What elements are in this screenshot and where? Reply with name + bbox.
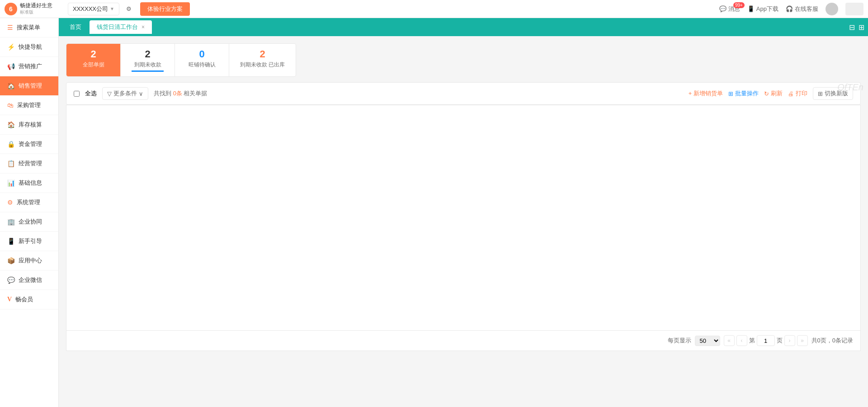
base-info-icon: 📊 (7, 179, 15, 187)
operation-icon: 📋 (7, 160, 15, 167)
tab-close-icon[interactable]: × (142, 24, 145, 30)
sidebar-item-inventory[interactable]: 🏠 库存核算 (0, 115, 58, 135)
page-total: 共0页，0条记录 (811, 337, 853, 345)
print-icon: 🖨 (788, 90, 794, 97)
sidebar-item-finance[interactable]: 🔒 资金管理 (0, 135, 58, 154)
per-page-select[interactable]: 50 100 200 (695, 336, 720, 346)
sidebar: ☰ 搜索菜单 ⚡ 快捷导航 📢 营销推广 🏠 销售管理 🛍 采购管理 🏠 库存核… (0, 18, 59, 407)
page-nav: « ‹ 第 页 › » (724, 335, 808, 346)
sidebar-label: 销售管理 (19, 82, 42, 90)
stat-label-pending: 旺铺待确认 (186, 61, 218, 69)
online-service-label: 在线客服 (795, 5, 818, 13)
prev-page-button[interactable]: ‹ (736, 335, 747, 346)
guide-icon: 📱 (7, 238, 15, 245)
page-input[interactable] (757, 335, 775, 346)
sidebar-item-app-center[interactable]: 📦 应用中心 (0, 251, 58, 271)
sidebar-label: 新手引导 (19, 237, 42, 245)
sidebar-label: 企业协同 (19, 218, 42, 226)
stat-tab-all[interactable]: 2 全部单据 (66, 44, 121, 76)
last-page-button[interactable]: » (797, 335, 808, 346)
stat-tab-pending[interactable]: 0 旺铺待确认 (175, 44, 229, 76)
filter-button[interactable]: ▽ 更多条件 ∨ (102, 87, 148, 100)
company-name: XXXXXX公司 (73, 5, 108, 13)
batch-label: 批量操作 (735, 89, 759, 98)
select-all-checkbox[interactable] (74, 91, 80, 97)
sidebar-item-marketing[interactable]: 📢 营销推广 (0, 57, 58, 76)
sidebar-item-search-menu[interactable]: ☰ 搜索菜单 (0, 18, 58, 37)
download-icon: 📱 (747, 5, 755, 12)
overdue-underline (132, 70, 164, 72)
message-button[interactable]: 💬 消息 99+ (719, 5, 740, 13)
trial-button[interactable]: 体验行业方案 (140, 2, 190, 16)
toolbar: 全选 ▽ 更多条件 ∨ 共找到 0条 相关单据 + 新增销货单 ⊞ 批量操作 ↻… (66, 82, 861, 105)
logo-text: 畅捷通好生意 (20, 2, 52, 9)
filter-label: 更多条件 (113, 89, 137, 98)
print-label: 打印 (796, 89, 807, 98)
enterprise-icon: 🏢 (7, 218, 15, 225)
sidebar-item-operation[interactable]: 📋 经营管理 (0, 154, 58, 173)
tab-qianhuo[interactable]: 钱货日清工作台 × (90, 20, 152, 34)
table-container (66, 105, 861, 331)
add-sale-button[interactable]: + 新增销货单 (689, 89, 723, 98)
toolbar-left: 全选 ▽ 更多条件 ∨ 共找到 0条 相关单据 (74, 87, 683, 100)
inventory-icon: 🏠 (7, 121, 15, 128)
sidebar-item-base-info[interactable]: 📊 基础信息 (0, 173, 58, 193)
member-icon: V (7, 296, 12, 303)
stat-tab-shipped[interactable]: 2 到期未收款 已出库 (229, 44, 296, 76)
sidebar-item-guide[interactable]: 📱 新手引导 (0, 232, 58, 251)
stat-num-pending: 0 (186, 48, 218, 60)
online-service-button[interactable]: 🎧 在线客服 (786, 5, 818, 13)
app-download-button[interactable]: 📱 App下载 (747, 5, 778, 13)
sidebar-item-member[interactable]: V 畅会员 (0, 290, 58, 309)
main-content: 2 全部单据 2 到期未收款 0 旺铺待确认 2 到期未收款 已出库 全选 ▽ … (59, 36, 868, 407)
refresh-label: 刷新 (771, 89, 783, 98)
sales-icon: 🏠 (7, 82, 15, 89)
message-badge: 99+ (733, 2, 745, 8)
service-icon: 🎧 (786, 5, 793, 12)
sidebar-item-system[interactable]: ⚙ 系统管理 (0, 193, 58, 212)
switch-version-button[interactable]: ⊞ 切换新版 (813, 87, 853, 100)
company-selector[interactable]: XXXXXX公司 ▼ (68, 3, 119, 15)
sidebar-item-sales[interactable]: 🏠 销售管理 (0, 76, 58, 96)
batch-icon: ⊞ (728, 90, 733, 97)
sidebar-label: 经营管理 (19, 159, 42, 168)
sidebar-label: 采购管理 (17, 101, 41, 109)
quick-nav-icon: ⚡ (7, 43, 15, 51)
minimize-icon[interactable]: ⊟ (849, 23, 855, 32)
top-header: 6 畅捷通好生意 标准版 XXXXXX公司 ▼ ⚙ 体验行业方案 💬 消息 99… (0, 0, 868, 18)
found-count: 0条 (173, 90, 182, 97)
tab-home[interactable]: 首页 (62, 19, 89, 35)
sidebar-label: 库存核算 (19, 121, 42, 129)
stat-tab-overdue[interactable]: 2 到期未收款 (121, 44, 175, 76)
system-icon: ⚙ (7, 199, 13, 206)
stat-label-overdue: 到期未收款 (132, 61, 164, 69)
settings-button[interactable]: ⚙ (122, 2, 136, 16)
expand-icon[interactable]: ⊞ (859, 23, 864, 32)
switch-label: 切换新版 (825, 89, 848, 98)
sidebar-label: 企业微信 (19, 276, 42, 284)
refresh-button[interactable]: ↻ 刷新 (764, 89, 783, 98)
sidebar-item-quick-nav[interactable]: ⚡ 快捷导航 (0, 37, 58, 57)
sidebar-item-wechat[interactable]: 💬 企业微信 (0, 271, 58, 290)
first-page-button[interactable]: « (724, 335, 735, 346)
purchase-icon: 🛍 (7, 102, 14, 109)
print-button[interactable]: 🖨 打印 (788, 89, 807, 98)
stat-num-shipped: 2 (240, 48, 285, 60)
tab-actions: ⊟ ⊞ (849, 23, 864, 32)
sidebar-item-purchase[interactable]: 🛍 采购管理 (0, 96, 58, 115)
page-suffix: 页 (777, 337, 783, 345)
sidebar-label: 应用中心 (19, 257, 42, 265)
next-page-button[interactable]: › (784, 335, 795, 346)
avatar[interactable] (826, 3, 838, 15)
app-center-icon: 📦 (7, 257, 15, 264)
user-info[interactable] (845, 3, 863, 15)
stat-label-shipped: 到期未收款 已出库 (240, 61, 285, 69)
sidebar-label: 资金管理 (19, 140, 42, 148)
sidebar-label: 快捷导航 (19, 43, 42, 51)
found-text: 共找到 0条 相关单据 (154, 89, 207, 98)
stat-label-all: 全部单据 (77, 61, 109, 69)
sidebar-item-enterprise[interactable]: 🏢 企业协同 (0, 212, 58, 232)
batch-operation-button[interactable]: ⊞ 批量操作 (728, 89, 759, 98)
message-icon: 💬 (719, 5, 726, 12)
finance-icon: 🔒 (7, 140, 15, 148)
